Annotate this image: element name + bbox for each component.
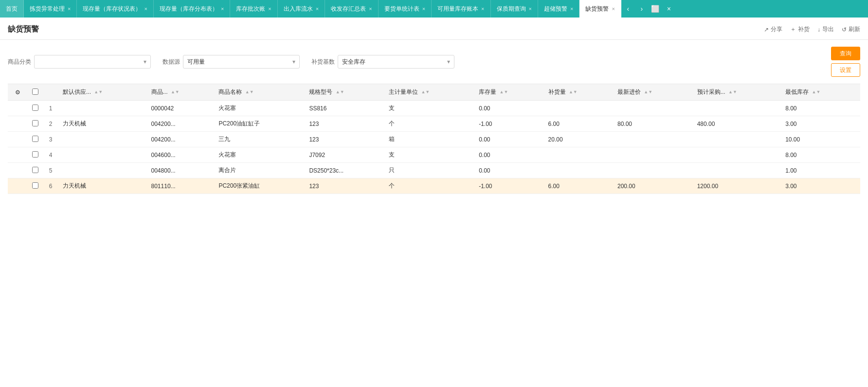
tab-restore-btn[interactable]: ⬜: [649, 0, 662, 18]
tab-inout-flow-close[interactable]: ×: [316, 6, 319, 12]
tab-batch-account-close[interactable]: ×: [268, 6, 271, 12]
row-checkbox-cell-0: [27, 101, 43, 116]
row-est-purchase-1: 480.00: [692, 116, 781, 132]
row-latest-price-1: 80.00: [613, 116, 692, 132]
share-button[interactable]: ↗ 分享: [764, 25, 782, 34]
header-actions: ↗ 分享 ＋ 补货 ↓ 导出 ↺ 刷新: [764, 25, 860, 34]
tab-next-btn[interactable]: ›: [635, 0, 649, 18]
row-unit-4: 只: [384, 163, 474, 178]
row-latest-price-3: [613, 147, 692, 163]
tab-stock-dist[interactable]: 现存量（库存分布表） ×: [154, 0, 230, 18]
row-est-purchase-2: [692, 132, 781, 147]
col-checkbox-header: [27, 84, 43, 101]
row-checkbox-3[interactable]: [32, 151, 38, 158]
row-checkbox-0[interactable]: [32, 105, 38, 111]
tab-stock-status-label: 现存量（库存状况表）: [83, 5, 141, 13]
tab-overstock-close[interactable]: ×: [570, 6, 573, 12]
col-min-stock: 最低库存 ▲▼: [780, 84, 860, 101]
table-settings-icon[interactable]: ⚙: [15, 89, 20, 96]
row-latest-price-2: [613, 132, 692, 147]
row-num-4: 5: [43, 163, 58, 178]
row-checkbox-1[interactable]: [32, 120, 38, 126]
replenish-base-select[interactable]: 安全库存 ▾: [338, 55, 454, 69]
datasource-select[interactable]: 可用量 ▾: [183, 55, 300, 69]
tab-available-ledger[interactable]: 可用量库存账本 ×: [432, 0, 490, 18]
row-checkbox-2[interactable]: [32, 136, 38, 142]
tab-overstock[interactable]: 超储预警 ×: [538, 0, 579, 18]
row-product-name-3: 火花塞: [214, 147, 304, 163]
tab-demand-stat-close[interactable]: ×: [422, 6, 425, 12]
row-num-3: 4: [43, 147, 58, 163]
category-select[interactable]: ▾: [34, 55, 151, 69]
tab-demand-stat[interactable]: 要货单统计表 ×: [379, 0, 432, 18]
tab-home[interactable]: 首页: [0, 0, 24, 18]
row-unit-5: 个: [384, 178, 474, 194]
tab-stock-status[interactable]: 现存量（库存状况表） ×: [77, 0, 153, 18]
tab-abnormal[interactable]: 拣货异常处理 ×: [24, 0, 77, 18]
query-button[interactable]: 查询: [831, 47, 860, 60]
sort-latest-price-icon[interactable]: ▲▼: [644, 90, 652, 94]
tab-receive-summary[interactable]: 收发存汇总表 ×: [325, 0, 378, 18]
tab-inout-flow[interactable]: 出入库流水 ×: [278, 0, 325, 18]
tab-abnormal-close[interactable]: ×: [68, 6, 71, 12]
tab-available-ledger-label: 可用量库存账本: [437, 5, 478, 13]
row-checkbox-5[interactable]: [32, 182, 38, 189]
sort-product-code-icon[interactable]: ▲▼: [171, 90, 180, 94]
row-supplier-2: [58, 132, 146, 147]
tab-demand-stat-label: 要货单统计表: [384, 5, 419, 13]
col-unit: 主计量单位 ▲▼: [384, 84, 474, 101]
row-min-stock-1: 3.00: [780, 116, 860, 132]
row-replenish-qty-2: 20.00: [543, 132, 613, 147]
row-est-purchase-4: [692, 163, 781, 178]
table-row: 3 004200... 三九 123 箱 0.00 20.00 10.00: [8, 132, 860, 147]
row-checkbox-cell-1: [27, 116, 43, 132]
row-product-name-4: 离合片: [214, 163, 304, 178]
tab-available-ledger-close[interactable]: ×: [481, 6, 484, 12]
table-header-row: ⚙ 默认供应... ▲▼ 商品... ▲▼ 商品名称: [8, 84, 860, 101]
sort-spec-icon[interactable]: ▲▼: [336, 90, 344, 94]
row-stock-qty-2: 0.00: [474, 132, 543, 147]
row-unit-3: 支: [384, 147, 474, 163]
page-header: 缺货预警 ↗ 分享 ＋ 补货 ↓ 导出 ↺ 刷新: [0, 18, 868, 40]
table-row: 2 力天机械 004200... PC200油缸缸子 123 个 -1.00 6…: [8, 116, 860, 132]
replenish-base-select-value: 安全库存: [342, 58, 445, 66]
row-latest-price-5: 200.00: [613, 178, 692, 194]
col-replenish-qty: 补货量 ▲▼: [543, 84, 613, 101]
sort-supplier-icon[interactable]: ▲▼: [94, 90, 103, 94]
tab-expiry-query[interactable]: 保质期查询 ×: [491, 0, 538, 18]
export-button[interactable]: ↓ 导出: [817, 25, 834, 34]
col-product-code: 商品... ▲▼: [146, 84, 214, 101]
sort-min-stock-icon[interactable]: ▲▼: [812, 90, 821, 94]
tab-receive-summary-close[interactable]: ×: [369, 6, 372, 12]
row-supplier-5: 力天机械: [58, 178, 146, 194]
settings-button[interactable]: 设置: [831, 63, 860, 77]
tab-shortage-close[interactable]: ×: [612, 6, 615, 12]
row-product-code-1: 004200...: [146, 116, 214, 132]
col-latest-price: 最新进价 ▲▼: [613, 84, 692, 101]
datasource-filter-label: 数据源: [163, 58, 180, 66]
tab-stock-dist-label: 现存量（库存分布表）: [160, 5, 218, 13]
row-checkbox-4[interactable]: [32, 167, 38, 173]
sort-product-name-icon[interactable]: ▲▼: [245, 90, 254, 94]
col-est-purchase: 预计采购... ▲▼: [692, 84, 781, 101]
row-stock-qty-4: 0.00: [474, 163, 543, 178]
row-settings-4: [8, 163, 27, 178]
sort-unit-icon[interactable]: ▲▼: [421, 90, 430, 94]
sort-replenish-qty-icon[interactable]: ▲▼: [569, 90, 578, 94]
tab-stock-dist-close[interactable]: ×: [221, 6, 224, 12]
sort-stock-qty-icon[interactable]: ▲▼: [499, 90, 508, 94]
replenish-button[interactable]: ＋ 补货: [790, 25, 810, 34]
tab-expiry-query-close[interactable]: ×: [529, 6, 532, 12]
tab-prev-btn[interactable]: ‹: [621, 0, 635, 18]
row-supplier-3: [58, 147, 146, 163]
tab-close-all-btn[interactable]: ×: [662, 0, 676, 18]
sort-est-purchase-icon[interactable]: ▲▼: [728, 90, 737, 94]
tab-shortage[interactable]: 缺货预警 ×: [579, 0, 621, 18]
select-all-checkbox[interactable]: [32, 88, 38, 95]
row-product-code-4: 004800...: [146, 163, 214, 178]
tab-stock-status-close[interactable]: ×: [144, 6, 147, 12]
tab-batch-account[interactable]: 库存批次账 ×: [230, 0, 277, 18]
row-stock-qty-5: -1.00: [474, 178, 543, 194]
refresh-button[interactable]: ↺ 刷新: [842, 25, 860, 34]
tab-restore-icon: ⬜: [651, 5, 659, 13]
